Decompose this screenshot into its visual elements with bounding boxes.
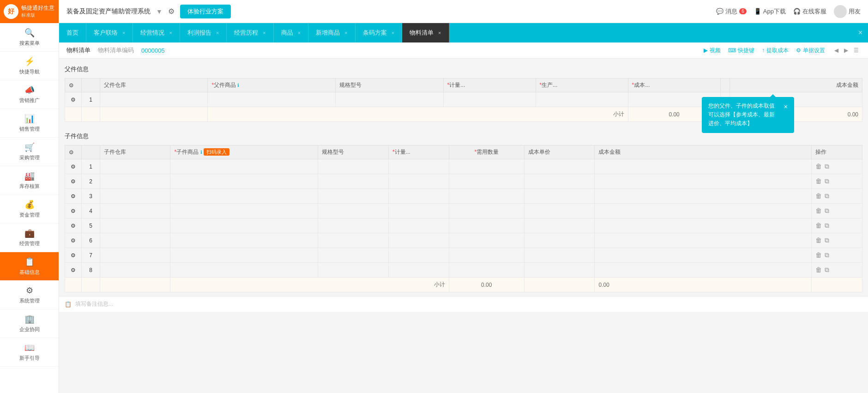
delete-icon[interactable]: 🗑	[815, 177, 822, 185]
child-row2-unit[interactable]	[388, 174, 449, 189]
delete-icon[interactable]: 🗑	[815, 222, 822, 230]
parent-row-unit[interactable]	[443, 92, 536, 107]
tab-barcode[interactable]: 条码方案 ×	[356, 23, 402, 42]
tooltip-close-button[interactable]: ×	[784, 102, 788, 112]
child-row7-spec[interactable]	[318, 248, 388, 263]
tab-bom[interactable]: 物料清单 ×	[402, 23, 449, 42]
child-row1-warehouse[interactable]	[100, 159, 170, 174]
copy-icon[interactable]: ⧉	[825, 251, 829, 259]
child-row5-unit-cost[interactable]	[524, 218, 594, 233]
child-row7-qty[interactable]	[449, 248, 524, 263]
delete-icon[interactable]: 🗑	[815, 236, 822, 244]
child-row6-settings[interactable]: ⚙	[65, 233, 82, 248]
tab-product[interactable]: 商品 ×	[274, 23, 308, 42]
child-row3-product[interactable]	[170, 189, 318, 204]
child-row2-qty[interactable]	[449, 174, 524, 189]
copy-icon[interactable]: ⧉	[825, 192, 829, 200]
copy-icon[interactable]: ⧉	[825, 177, 829, 185]
parent-row-production[interactable]	[536, 92, 628, 107]
child-row2-warehouse[interactable]	[100, 174, 170, 189]
child-row1-unit[interactable]	[388, 159, 449, 174]
settings-icon[interactable]: ⚙	[168, 7, 175, 16]
child-row4-product[interactable]	[170, 204, 318, 218]
sidebar-item-basic-info[interactable]: 📋 基础信息	[0, 252, 59, 281]
child-row1-settings[interactable]: ⚙	[65, 159, 82, 174]
child-row8-product[interactable]	[170, 263, 318, 278]
child-row8-settings[interactable]: ⚙	[65, 263, 82, 278]
sidebar-item-company[interactable]: 🏢 企业协同	[0, 309, 59, 338]
sidebar-item-operations[interactable]: 💼 经营管理	[0, 224, 59, 252]
child-row4-settings[interactable]: ⚙	[65, 204, 82, 218]
child-row1-product[interactable]	[170, 159, 318, 174]
nav-list[interactable]: ☰	[852, 46, 861, 54]
child-row3-qty[interactable]	[449, 189, 524, 204]
tab-business[interactable]: 经营情况 ×	[133, 23, 180, 42]
copy-icon[interactable]: ⧉	[825, 222, 829, 230]
parent-row-spec[interactable]	[336, 92, 443, 107]
parent-row-settings[interactable]: ⚙	[65, 92, 82, 107]
message-item[interactable]: 💬 消息 6	[716, 7, 747, 16]
tab-customer[interactable]: 客户联络 ×	[86, 23, 133, 42]
copy-icon[interactable]: ⧉	[825, 163, 829, 170]
child-row5-settings[interactable]: ⚙	[65, 218, 82, 233]
tab-history[interactable]: 经营历程 ×	[227, 23, 273, 42]
app-download-item[interactable]: 📱 App下载	[754, 7, 786, 16]
child-row3-settings[interactable]: ⚙	[65, 189, 82, 204]
child-product-info-icon[interactable]: ℹ	[200, 150, 202, 155]
sidebar-item-marketing[interactable]: 📣 营销推广	[0, 80, 59, 109]
single-settings-action[interactable]: ⚙ 单据设置	[796, 47, 825, 54]
tab-close-business[interactable]: ×	[169, 30, 172, 36]
copy-icon[interactable]: ⧉	[825, 266, 829, 274]
child-row1-unit-cost[interactable]	[524, 159, 594, 174]
tab-close-profit[interactable]: ×	[216, 30, 219, 36]
child-row7-unit[interactable]	[388, 248, 449, 263]
child-row5-warehouse[interactable]	[100, 218, 170, 233]
delete-icon[interactable]: 🗑	[815, 163, 822, 170]
sidebar-item-finance[interactable]: 💰 资金管理	[0, 195, 59, 224]
child-row7-warehouse[interactable]	[100, 248, 170, 263]
sidebar-item-system[interactable]: ⚙ 系统管理	[0, 281, 59, 309]
child-row6-warehouse[interactable]	[100, 233, 170, 248]
child-row3-spec[interactable]	[318, 189, 388, 204]
child-row6-qty[interactable]	[449, 233, 524, 248]
page-tab1[interactable]: 物料清单	[66, 46, 90, 54]
tab-close-barcode[interactable]: ×	[392, 30, 394, 36]
delete-icon[interactable]: 🗑	[815, 266, 822, 274]
sidebar-item-inventory[interactable]: 🏭 库存核算	[0, 166, 59, 195]
child-row8-spec[interactable]	[318, 263, 388, 278]
nav-prev[interactable]: ◀	[832, 46, 840, 54]
child-row8-unit[interactable]	[388, 263, 449, 278]
child-row7-product[interactable]	[170, 248, 318, 263]
child-row3-unit[interactable]	[388, 189, 449, 204]
sidebar-item-purchase[interactable]: 🛒 采购管理	[0, 138, 59, 166]
child-row4-unit[interactable]	[388, 204, 449, 218]
copy-icon[interactable]: ⧉	[825, 207, 829, 215]
child-row1-spec[interactable]	[318, 159, 388, 174]
tab-profit[interactable]: 利润报告 ×	[180, 23, 227, 42]
child-row2-unit-cost[interactable]	[524, 174, 594, 189]
child-row8-qty[interactable]	[449, 263, 524, 278]
child-row7-settings[interactable]: ⚙	[65, 248, 82, 263]
parent-row-warehouse[interactable]	[100, 92, 208, 107]
child-row6-spec[interactable]	[318, 233, 388, 248]
child-row4-spec[interactable]	[318, 204, 388, 218]
shortcut-action[interactable]: ⌨ 快捷键	[728, 47, 754, 54]
child-row5-qty[interactable]	[449, 218, 524, 233]
child-row2-product[interactable]	[170, 174, 318, 189]
parent-product-info-icon[interactable]: ℹ	[237, 83, 239, 88]
extract-cost-action[interactable]: ↑ 提取成本	[762, 47, 789, 54]
user-item[interactable]: 用友	[834, 5, 861, 18]
child-row8-warehouse[interactable]	[100, 263, 170, 278]
nav-close-all[interactable]: ×	[853, 29, 868, 37]
video-action[interactable]: ▶ 视频	[704, 47, 721, 54]
copy-icon[interactable]: ⧉	[825, 236, 829, 244]
child-row6-unit[interactable]	[388, 233, 449, 248]
child-row3-warehouse[interactable]	[100, 189, 170, 204]
scan-badge[interactable]: 扫码录入	[204, 148, 229, 156]
child-row2-settings[interactable]: ⚙	[65, 174, 82, 189]
tab-close-customer[interactable]: ×	[122, 30, 125, 36]
tab-home[interactable]: 首页	[59, 23, 86, 42]
child-row5-product[interactable]	[170, 218, 318, 233]
tab-close-product[interactable]: ×	[298, 30, 301, 36]
sidebar-item-search[interactable]: 🔍 搜索菜单	[0, 23, 59, 52]
